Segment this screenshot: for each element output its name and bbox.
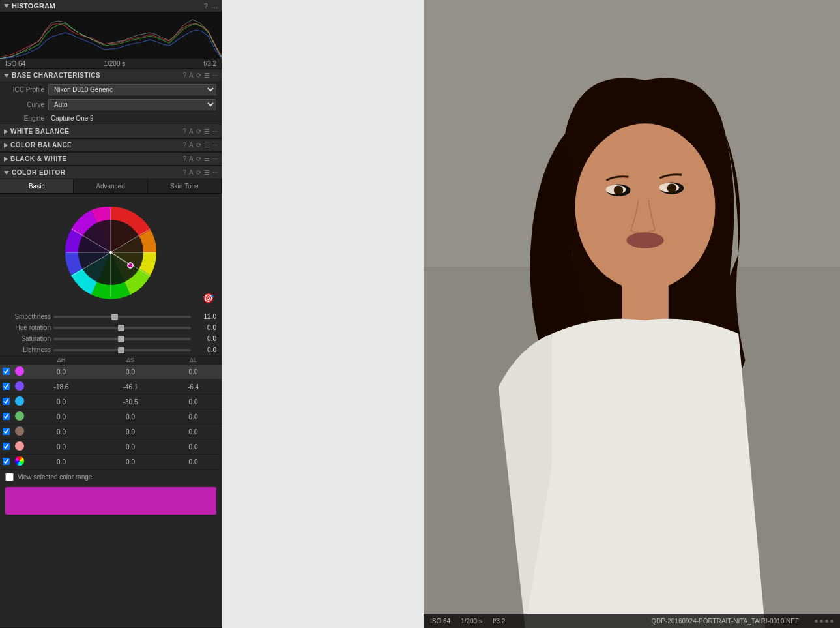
lightness-track[interactable]	[53, 349, 191, 351]
color-row-all[interactable]: 0.0 0.0 0.0	[0, 455, 222, 470]
row5-check[interactable]	[0, 425, 12, 440]
color-row-brown[interactable]: 0.0 0.0 0.0	[0, 425, 222, 440]
histogram-more[interactable]: ...	[212, 2, 218, 10]
row3-check[interactable]	[0, 395, 12, 410]
row7-swatch	[12, 455, 27, 470]
cb-a[interactable]: A	[189, 142, 194, 149]
smoothness-label: Smoothness	[5, 313, 51, 320]
row2-ds: -46.1	[96, 380, 165, 395]
histogram-canvas	[0, 12, 222, 59]
curve-select[interactable]: Auto	[48, 99, 216, 110]
view-selected-row: View selected color range	[0, 470, 222, 485]
cb-copy[interactable]: ⟳	[196, 142, 201, 149]
bw-question[interactable]: ?	[182, 155, 186, 162]
color-editor-title: COLOR EDITOR	[12, 169, 65, 176]
ce-menu[interactable]: ☰	[204, 169, 210, 176]
color-wheel-container[interactable]: 🎯	[0, 194, 222, 311]
dot4	[830, 620, 833, 623]
white-balance-header[interactable]: WHITE BALANCE ? A ⟳ ☰ ···	[0, 125, 222, 138]
middle-area	[222, 0, 424, 628]
row7-dh: 0.0	[27, 455, 96, 470]
bw-menu[interactable]: ☰	[204, 155, 210, 162]
color-editor-title-row: COLOR EDITOR	[4, 169, 65, 176]
smoothness-track[interactable]	[53, 316, 191, 318]
base-char-title: BASE CHARACTERISTICS	[12, 72, 100, 79]
histogram-header[interactable]: HISTOGRAM ? ...	[0, 0, 222, 12]
color-row-purple[interactable]: -18.6 -46.1 -6.4	[0, 380, 222, 395]
photo-shutter: 1/200 s	[461, 618, 482, 625]
cb-more[interactable]: ···	[212, 142, 218, 149]
row4-dl: 0.0	[165, 410, 222, 425]
svg-point-23	[626, 232, 663, 248]
tab-skin-tone[interactable]: Skin Tone	[148, 179, 222, 193]
black-white-expand-icon	[4, 157, 8, 162]
row3-ds: -30.5	[96, 395, 165, 410]
tab-advanced[interactable]: Advanced	[74, 179, 147, 193]
row5-dl: 0.0	[165, 425, 222, 440]
wb-more[interactable]: ···	[212, 128, 218, 135]
row4-check[interactable]	[0, 410, 12, 425]
wb-menu[interactable]: ☰	[204, 128, 210, 135]
row4-dh: 0.0	[27, 410, 96, 425]
bw-copy[interactable]: ⟳	[196, 155, 201, 162]
eyedropper-icon[interactable]: 🎯	[203, 293, 214, 303]
ce-question[interactable]: ?	[182, 169, 186, 176]
color-balance-header[interactable]: COLOR BALANCE ? A ⟳ ☰ ···	[0, 139, 222, 152]
dot1	[815, 620, 818, 623]
histogram-title: HISTOGRAM	[12, 2, 55, 10]
bw-more[interactable]: ···	[212, 155, 218, 162]
wb-question[interactable]: ?	[182, 128, 186, 135]
row1-check[interactable]	[0, 365, 12, 380]
color-editor-tabs: Basic Advanced Skin Tone	[0, 179, 222, 194]
base-char-menu[interactable]: ☰	[204, 72, 210, 79]
wb-copy[interactable]: ⟳	[196, 128, 201, 135]
ce-more[interactable]: ···	[212, 169, 218, 176]
ce-copy[interactable]: ⟳	[196, 169, 201, 176]
icc-profile-label: ICC Profile	[5, 86, 44, 93]
row7-check[interactable]	[0, 455, 12, 470]
row2-check[interactable]	[0, 380, 12, 395]
svg-point-21	[614, 185, 623, 194]
engine-row: Engine Capture One 9	[0, 112, 222, 125]
histogram-shutter: 1/200 s	[104, 60, 125, 67]
color-editor-header[interactable]: COLOR EDITOR ? A ⟳ ☰ ···	[0, 166, 222, 179]
row4-ds: 0.0	[96, 410, 165, 425]
histogram-question[interactable]: ?	[204, 2, 208, 10]
hue-rotation-thumb[interactable]	[118, 325, 124, 331]
color-row-green[interactable]: 0.0 0.0 0.0	[0, 410, 222, 425]
icc-profile-select[interactable]: Nikon D810 Generic	[48, 84, 216, 95]
color-wheel-svg[interactable]	[46, 200, 176, 305]
wb-a[interactable]: A	[189, 128, 194, 135]
cb-question[interactable]: ?	[182, 142, 186, 149]
color-balance-section: COLOR BALANCE ? A ⟳ ☰ ···	[0, 139, 222, 153]
saturation-thumb[interactable]	[118, 336, 124, 342]
cb-menu[interactable]: ☰	[204, 142, 210, 149]
hue-rotation-track[interactable]	[53, 327, 191, 329]
base-char-paste[interactable]: ⟳	[196, 72, 201, 79]
row6-dh: 0.0	[27, 440, 96, 455]
row6-check[interactable]	[0, 440, 12, 455]
color-row-cyan[interactable]: 0.0 -30.5 0.0	[0, 395, 222, 410]
base-char-question[interactable]: ?	[182, 72, 186, 79]
view-selected-label[interactable]: View selected color range	[18, 473, 92, 481]
black-white-header[interactable]: BLACK & WHITE ? A ⟳ ☰ ···	[0, 153, 222, 166]
saturation-track[interactable]	[53, 338, 191, 340]
ce-a[interactable]: A	[189, 169, 194, 176]
row1-swatch	[12, 365, 27, 380]
base-char-more[interactable]: ···	[212, 72, 218, 79]
tab-basic[interactable]: Basic	[0, 179, 74, 193]
lightness-thumb[interactable]	[118, 347, 124, 353]
lightness-label: Lightness	[5, 346, 51, 353]
curve-row: Curve Auto	[0, 97, 222, 112]
row2-dl: -6.4	[165, 380, 222, 395]
row3-dl: 0.0	[165, 395, 222, 410]
base-char-header[interactable]: BASE CHARACTERISTICS ? A ⟳ ☰ ···	[0, 69, 222, 82]
histogram-section: HISTOGRAM ? ... ISO 64	[0, 0, 222, 69]
bw-a[interactable]: A	[189, 155, 194, 162]
smoothness-thumb[interactable]	[111, 314, 118, 320]
view-selected-checkbox[interactable]	[5, 473, 14, 481]
base-char-copy[interactable]: A	[189, 72, 194, 79]
color-row-red[interactable]: 0.0 0.0 0.0	[0, 440, 222, 455]
color-row-magenta[interactable]: 0.0 0.0 0.0	[0, 365, 222, 380]
color-editor-collapse-icon	[4, 171, 9, 175]
